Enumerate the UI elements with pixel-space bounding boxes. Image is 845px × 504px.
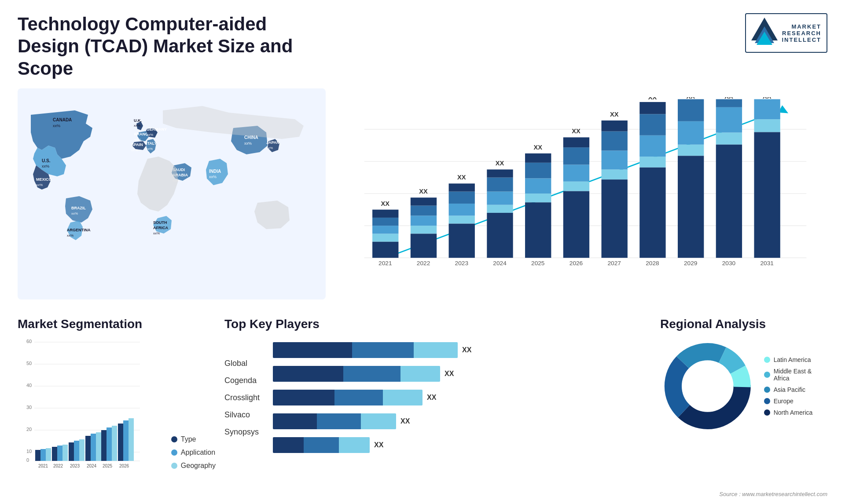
svg-rect-143 (91, 434, 96, 461)
svg-text:xx%: xx% (209, 175, 217, 179)
svg-rect-147 (107, 427, 112, 461)
player-silvaco: Silvaco (224, 410, 260, 420)
svg-rect-108 (716, 145, 742, 258)
player-bar-silvaco (273, 413, 396, 429)
svg-rect-73 (525, 163, 551, 179)
svg-rect-99 (678, 145, 704, 156)
svg-rect-75 (525, 202, 551, 258)
legend-application: Application (171, 449, 216, 457)
svg-rect-88 (602, 121, 628, 131)
svg-text:30: 30 (26, 405, 32, 410)
player-names: Global Cogenda Crosslight Silvaco Synops… (224, 338, 260, 453)
player-bars: XX XX (273, 338, 651, 453)
svg-text:INDIA: INDIA (209, 169, 221, 174)
svg-text:50: 50 (26, 361, 32, 366)
bar-chart-svg: XX 2021 XX 2022 XX 2023 (361, 97, 810, 282)
svg-rect-46 (372, 210, 398, 218)
player-cogenda: Cogenda (224, 376, 260, 385)
seg-legend: Type Application Geography (171, 435, 216, 483)
svg-rect-71 (525, 194, 551, 202)
legend-application-dot (171, 449, 177, 456)
svg-text:XX: XX (724, 97, 733, 100)
svg-text:XX: XX (534, 144, 543, 151)
svg-text:2022: 2022 (417, 260, 430, 267)
legend-geography-label: Geography (181, 462, 216, 470)
svg-rect-144 (96, 432, 101, 461)
svg-rect-101 (678, 99, 704, 121)
legend-type-dot (171, 436, 177, 442)
svg-rect-79 (563, 165, 589, 182)
svg-text:2028: 2028 (646, 260, 659, 267)
svg-text:XX: XX (763, 97, 772, 100)
svg-rect-130 (35, 450, 40, 461)
svg-rect-50 (411, 226, 437, 234)
legend-middle-east: Middle East & Africa (764, 368, 827, 382)
svg-text:xx%: xx% (67, 234, 73, 237)
svg-text:2025: 2025 (103, 464, 113, 468)
svg-text:XX: XX (381, 200, 390, 207)
svg-rect-51 (411, 216, 437, 226)
svg-rect-78 (563, 182, 589, 191)
svg-text:60: 60 (26, 339, 32, 344)
svg-rect-47 (372, 242, 398, 258)
svg-rect-45 (372, 218, 398, 226)
svg-text:AFRICA: AFRICA (153, 226, 168, 230)
svg-text:xx%: xx% (147, 133, 153, 137)
svg-rect-106 (716, 107, 742, 133)
player-xx-crosslight: XX (427, 394, 436, 402)
svg-text:2026: 2026 (569, 260, 583, 267)
svg-rect-146 (101, 430, 107, 461)
svg-text:2024: 2024 (87, 464, 97, 468)
legend-middle-east-label: Middle East & Africa (774, 368, 827, 382)
player-bar-global (273, 342, 458, 358)
svg-rect-135 (57, 446, 62, 461)
svg-text:xx%: xx% (42, 164, 49, 168)
svg-text:xx%: xx% (266, 146, 273, 150)
svg-rect-138 (69, 442, 74, 461)
legend-latin-america: Latin America (764, 356, 827, 363)
segmentation-title: Market Segmentation (18, 317, 216, 331)
svg-text:2029: 2029 (684, 260, 697, 267)
svg-text:MEXICO: MEXICO (36, 177, 52, 182)
svg-text:xx%: xx% (53, 124, 60, 128)
svg-text:XX: XX (457, 174, 466, 181)
legend-north-america-dot (764, 409, 770, 416)
svg-text:U.K.: U.K. (134, 118, 142, 123)
svg-rect-94 (639, 114, 665, 135)
svg-rect-136 (62, 445, 68, 461)
svg-text:2023: 2023 (455, 260, 469, 267)
svg-rect-89 (602, 179, 628, 258)
svg-text:ITALY: ITALY (146, 141, 157, 146)
svg-rect-85 (602, 170, 628, 180)
svg-text:xx%: xx% (134, 138, 141, 142)
source-text: Source : www.marketresearchintellect.com (719, 491, 827, 497)
legend-geography-dot (171, 463, 177, 469)
page-title: Technology Computer-aided Design (TCAD) … (18, 13, 326, 80)
players-list: Global Cogenda Crosslight Silvaco Synops… (224, 338, 651, 453)
svg-text:XX: XX (496, 160, 504, 167)
svg-rect-64 (487, 205, 513, 213)
svg-text:ARGENTINA: ARGENTINA (67, 228, 91, 232)
player-global: Global (224, 359, 260, 368)
svg-text:2022: 2022 (53, 464, 63, 468)
svg-text:xx%: xx% (131, 148, 138, 152)
logo-text: MARKET RESEARCH INTELLECT (782, 23, 822, 43)
svg-text:xx%: xx% (71, 212, 78, 215)
svg-rect-132 (46, 448, 51, 461)
legend-asia-pacific-dot (764, 387, 770, 393)
legend-middle-east-dot (764, 372, 770, 378)
svg-rect-74 (525, 153, 551, 163)
svg-text:2021: 2021 (378, 260, 392, 267)
svg-text:XX: XX (648, 97, 657, 101)
legend-latin-america-label: Latin America (774, 356, 811, 363)
svg-rect-82 (563, 191, 589, 258)
svg-rect-54 (411, 234, 437, 258)
svg-rect-102 (678, 156, 704, 258)
map-svg: CANADA xx% U.S. xx% MEXICO xx% BRAZIL xx… (18, 88, 326, 299)
seg-bars: 60 50 40 30 20 10 0 (18, 338, 162, 483)
svg-text:XX: XX (610, 111, 619, 118)
svg-rect-52 (411, 206, 437, 216)
svg-text:xx%: xx% (153, 231, 160, 235)
svg-point-159 (683, 361, 733, 411)
svg-rect-131 (40, 449, 46, 461)
